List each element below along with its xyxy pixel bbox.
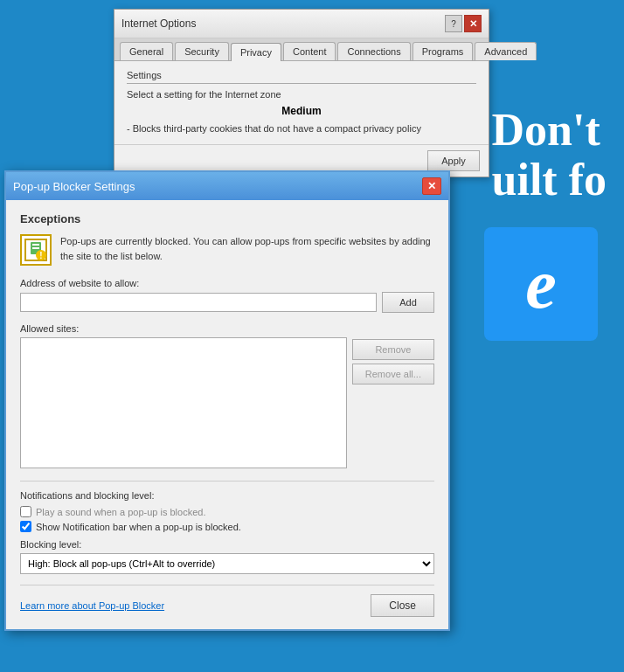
blocking-label: Blocking level: [20,539,434,550]
show-notification-checkbox[interactable] [20,521,31,532]
tab-advanced[interactable]: Advanced [475,42,537,60]
checkbox-row-2: Show Notification bar when a pop-up is b… [20,521,434,532]
internet-options-titlebar: Internet Options ? ✕ [114,10,489,38]
popup-blocker-title: Pop-up Blocker Settings [13,180,135,193]
info-text: Pop-ups are currently blocked. You can a… [60,234,434,263]
tabs-row: General Security Privacy Content Connect… [114,38,489,61]
io-close-button[interactable]: ✕ [464,15,482,32]
internet-options-title: Internet Options [121,17,196,30]
internet-options-dialog: Internet Options ? ✕ General Security Pr… [114,9,489,177]
tab-connections[interactable]: Connections [337,42,410,60]
learn-more-link[interactable]: Learn more about Pop-up Blocker [20,600,164,611]
svg-rect-2 [32,244,39,246]
warning-icon: ! [20,234,52,266]
show-notification-label: Show Notification bar when a pop-up is b… [36,522,241,532]
apply-button[interactable]: Apply [427,150,480,171]
bottom-row: Learn more about Pop-up Blocker Close [20,585,434,617]
svg-rect-3 [32,247,39,249]
tab-general[interactable]: General [120,42,173,60]
play-sound-label: Play a sound when a pop-up is blocked. [36,507,205,517]
tab-programs[interactable]: Programs [413,42,474,60]
notifications-section: Notifications and blocking level: Play a… [20,481,434,532]
exceptions-label: Exceptions [20,212,434,225]
side-buttons: Remove Remove all... [352,337,434,468]
svg-text:!: ! [39,251,42,260]
allowed-sites-list[interactable] [20,337,347,468]
ie-logo: e [484,227,598,341]
titlebar-buttons: ? ✕ [445,15,482,32]
remove-all-button[interactable]: Remove all... [352,364,434,384]
settings-detail: - Blocks third-party cookies that do not… [127,122,476,135]
tab-content[interactable]: Content [283,42,336,60]
settings-medium: Medium [127,105,476,117]
tab-privacy[interactable]: Privacy [231,43,281,61]
popup-blocker-titlebar: Pop-up Blocker Settings ✕ [6,172,448,200]
tab-security[interactable]: Security [175,42,229,60]
internet-options-content: Settings Select a setting for the Intern… [114,61,489,144]
address-label: Address of website to allow: [20,278,434,288]
popup-blocker-dialog: Pop-up Blocker Settings ✕ Exceptions ! P… [4,170,450,631]
allowed-area: Remove Remove all... [20,337,434,468]
address-row: Add [20,292,434,313]
info-box: ! Pop-ups are currently blocked. You can… [20,234,434,266]
play-sound-checkbox[interactable] [20,506,31,517]
allowed-label: Allowed sites: [20,323,434,334]
remove-button[interactable]: Remove [352,339,434,360]
notifications-label: Notifications and blocking level: [20,490,434,501]
blocking-level-select[interactable]: High: Block all pop-ups (Ctrl+Alt to ove… [20,553,434,574]
close-button[interactable]: Close [371,594,434,617]
popup-close-button[interactable]: ✕ [422,177,441,195]
help-button[interactable]: ? [445,15,462,32]
address-input[interactable] [20,293,377,312]
popup-blocker-content: Exceptions ! Pop-ups are currently block… [6,200,448,629]
settings-label: Settings [127,70,476,84]
add-button[interactable]: Add [382,292,434,313]
bg-text: Don't uilt fo [492,105,607,204]
settings-description: Select a setting for the Internet zone [127,89,476,100]
checkbox-row-1: Play a sound when a pop-up is blocked. [20,506,434,517]
